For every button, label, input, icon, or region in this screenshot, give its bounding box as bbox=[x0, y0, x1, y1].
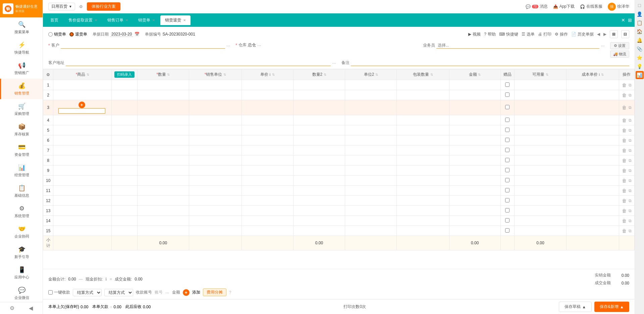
cell-gift[interactable] bbox=[500, 155, 514, 166]
amount-input[interactable] bbox=[452, 105, 498, 110]
cell-qty2[interactable] bbox=[293, 80, 345, 90]
tab-sales-order[interactable]: 销售订单 ✕ bbox=[103, 15, 133, 25]
cell-unit2[interactable] bbox=[345, 125, 397, 135]
qty-sort-icon[interactable]: ⇅ bbox=[167, 73, 170, 76]
pack-input[interactable] bbox=[399, 105, 446, 110]
cell-product[interactable] bbox=[53, 196, 112, 206]
cell-cost[interactable] bbox=[566, 115, 619, 125]
radio-return-bill-input[interactable] bbox=[69, 32, 74, 37]
video-btn[interactable]: ▶视频 bbox=[468, 32, 481, 37]
delete-row-btn[interactable]: 🗑 bbox=[622, 138, 627, 143]
one-click-payment-check[interactable]: 一键收款 bbox=[48, 290, 70, 295]
cell-qty2[interactable] bbox=[293, 90, 345, 100]
sidebar-item-collab[interactable]: 🤝 企业协同 bbox=[0, 222, 43, 242]
cell-qty2[interactable] bbox=[293, 135, 345, 145]
cell-price[interactable] bbox=[241, 176, 293, 186]
cell-product[interactable] bbox=[53, 90, 112, 100]
cell-unit2[interactable] bbox=[345, 80, 397, 90]
cell-qty2[interactable] bbox=[293, 196, 345, 206]
cell-unit2[interactable] bbox=[345, 196, 397, 206]
sidebar-item-search[interactable]: 🔍 搜索菜单 bbox=[0, 17, 43, 38]
sidebar-item-quick[interactable]: ⚡ 快捷导航 bbox=[0, 38, 43, 58]
sidebar-item-guide[interactable]: 🎓 新手引导 bbox=[0, 242, 43, 263]
cell-avail[interactable] bbox=[514, 186, 566, 196]
cell-product[interactable] bbox=[53, 176, 112, 186]
tab-sales-order-close[interactable]: ✕ bbox=[125, 18, 128, 22]
cell-pack[interactable] bbox=[397, 226, 449, 236]
cell-pack[interactable] bbox=[397, 115, 449, 125]
cell-unit2-active[interactable] bbox=[345, 100, 397, 115]
cell-unit2[interactable] bbox=[345, 226, 397, 236]
staff-input[interactable] bbox=[436, 42, 600, 49]
cell-qty2[interactable] bbox=[293, 115, 345, 125]
cell-gift[interactable] bbox=[500, 196, 514, 206]
copy-row-btn[interactable]: ⧉ bbox=[629, 178, 632, 183]
settings-topbar-icon[interactable]: ⚙ bbox=[79, 4, 83, 9]
product-input-active[interactable] bbox=[58, 108, 105, 114]
cell-pack[interactable] bbox=[397, 135, 449, 145]
cell-amount[interactable] bbox=[449, 90, 500, 100]
radio-sales-bill[interactable]: 销货单 bbox=[48, 32, 66, 37]
cell-unit2[interactable] bbox=[345, 145, 397, 155]
cell-qty[interactable] bbox=[137, 80, 189, 90]
gift-checkbox[interactable] bbox=[505, 92, 509, 97]
cell-qty2[interactable] bbox=[293, 176, 345, 186]
cell-unit[interactable] bbox=[189, 115, 241, 125]
cell-price[interactable] bbox=[241, 90, 293, 100]
delete-row-btn[interactable]: 🗑 bbox=[622, 168, 627, 173]
cell-pack[interactable] bbox=[397, 176, 449, 186]
cell-gift[interactable] bbox=[500, 125, 514, 135]
delete-row-btn[interactable]: 🗑 bbox=[622, 128, 627, 133]
tabs-menu[interactable]: ⊞ bbox=[628, 17, 632, 23]
cell-avail[interactable] bbox=[514, 115, 566, 125]
discount-info[interactable]: ℹ bbox=[105, 277, 107, 281]
cell-cost[interactable] bbox=[566, 135, 619, 145]
calc-method-select[interactable]: 结算方式 bbox=[104, 289, 133, 296]
unit2-sort-icon[interactable]: ⇅ bbox=[375, 73, 378, 76]
delete-row-btn[interactable]: 🗑 bbox=[622, 198, 627, 203]
tab-price-settings[interactable]: 售价提取设置 ✕ bbox=[64, 15, 102, 25]
cell-gift[interactable] bbox=[500, 216, 514, 226]
cell-price[interactable] bbox=[241, 166, 293, 176]
cell-avail[interactable] bbox=[514, 90, 566, 100]
gift-checkbox[interactable] bbox=[505, 148, 509, 152]
settings-icon[interactable]: ⚙ bbox=[10, 305, 14, 311]
cell-qty2[interactable] bbox=[293, 125, 345, 135]
cell-qty[interactable] bbox=[137, 115, 189, 125]
amount-sort-icon[interactable]: ⇅ bbox=[478, 73, 481, 76]
add-row-icon[interactable]: + bbox=[78, 102, 85, 108]
cell-amount[interactable] bbox=[449, 186, 500, 196]
price-sort-icon[interactable]: ⇅ bbox=[272, 73, 275, 76]
pack-sort-icon[interactable]: ⇅ bbox=[430, 73, 433, 76]
cell-product[interactable] bbox=[53, 216, 112, 226]
cell-amount[interactable] bbox=[449, 115, 500, 125]
cell-unit[interactable] bbox=[189, 196, 241, 206]
cell-amount[interactable] bbox=[449, 135, 500, 145]
delete-row-btn[interactable]: 🗑 bbox=[622, 188, 627, 193]
gift-checkbox[interactable] bbox=[505, 168, 509, 172]
cell-unit[interactable] bbox=[189, 186, 241, 196]
cell-pack[interactable] bbox=[397, 206, 449, 216]
copy-row-btn[interactable]: ⧉ bbox=[629, 168, 632, 173]
rs-icon-3[interactable]: 📋 bbox=[636, 19, 644, 27]
cell-unit[interactable] bbox=[189, 216, 241, 226]
cell-pack[interactable] bbox=[397, 166, 449, 176]
sidebar-item-operations[interactable]: 📊 经营管理 bbox=[0, 161, 43, 181]
rs-icon-5[interactable]: 🔔 bbox=[636, 36, 644, 44]
gift-checkbox[interactable] bbox=[505, 178, 509, 182]
gift-checkbox[interactable] bbox=[505, 128, 509, 132]
cell-cost[interactable] bbox=[566, 80, 619, 90]
cell-qty[interactable] bbox=[137, 90, 189, 100]
copy-row-btn[interactable]: ⧉ bbox=[629, 208, 632, 213]
settle-method-select[interactable]: 结算方式 bbox=[73, 289, 102, 296]
cell-amount[interactable] bbox=[449, 145, 500, 155]
cell-gift[interactable] bbox=[500, 90, 514, 100]
cell-avail[interactable] bbox=[514, 80, 566, 90]
copy-row-btn[interactable]: ⧉ bbox=[629, 188, 632, 193]
cell-qty2[interactable] bbox=[293, 206, 345, 216]
scan-input-btn[interactable]: 扫码录入 bbox=[114, 71, 135, 78]
copy-row-btn[interactable]: ⧉ bbox=[629, 229, 632, 233]
industry-selector[interactable]: 日用百货 ▼ bbox=[48, 3, 75, 10]
radio-sales-bill-input[interactable] bbox=[48, 32, 53, 37]
add-payment-btn[interactable]: + bbox=[183, 289, 190, 296]
